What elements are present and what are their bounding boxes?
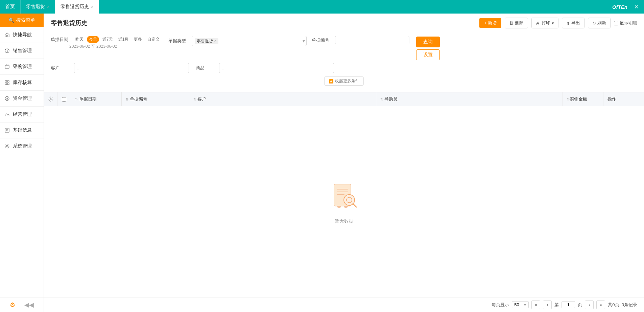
date-btn-more[interactable]: 更多 [132,36,144,43]
empty-state: 暂无数据 [44,106,644,297]
goods-input[interactable]: ... [219,63,334,73]
sidebar-item-purchase-label: 采购管理 [13,64,32,70]
last-page-button[interactable]: » [596,300,605,309]
sidebar-item-inventory-label: 库存核算 [13,80,32,86]
sort-asc-icon-4[interactable]: ⇅ [380,97,383,101]
tab-home[interactable]: 首页 [0,0,21,14]
sidebar-item-purchase[interactable]: 采购管理 [0,59,44,75]
th-settings[interactable] [44,92,57,106]
total-info: 共0页, 0条记录 [608,302,637,308]
bill-no-input[interactable] [335,36,409,44]
search-icon: 🔍 [8,18,14,23]
page-size-select[interactable]: 50 10 20 100 [512,301,529,308]
tab-retail-return-close[interactable]: × [47,4,49,9]
show-detail-checkbox-label[interactable]: 显示明细 [614,20,637,26]
sidebar-item-funds[interactable]: 资金管理 [0,91,44,107]
tab-retail-return-history-label: 零售退货历史 [61,4,89,10]
print-button[interactable]: 🖨 打印 ▾ [531,18,558,28]
filter-row-2: 客户 ... 商品 ... [51,63,637,73]
bill-type-dropdown-icon[interactable]: ▾ [303,38,305,44]
sidebar-search[interactable]: 🔍 搜索菜单 [0,14,44,27]
svg-rect-2 [5,81,7,82]
page-header: 零售退货历史 + 新增 🗑 删除 🖨 打印 ▾ ⬆ 导出 ↻ [44,14,644,92]
sidebar-nav: 快捷导航 销售管理 采购管理 库存核算 [0,27,44,297]
sidebar-bottom: ⚙ ◀◀ [0,297,44,312]
date-btn-7days[interactable]: 近7天 [100,36,115,43]
sidebar-item-quicknav[interactable]: 快捷导航 [0,27,44,43]
window-close-icon[interactable]: ✕ [634,4,639,10]
bill-type-tag: 零售退货 × [195,38,218,44]
th-ops-label: 操作 [607,96,616,102]
tab-retail-return-history[interactable]: 零售退货历史 × [55,0,99,14]
date-btn-1month[interactable]: 近1月 [116,36,131,43]
th-bill-no-label: 单据编号 [130,96,147,102]
bill-type-tag-text: 零售退货 [197,38,213,44]
new-button[interactable]: + 新增 [479,18,501,28]
date-btn-today[interactable]: 今天 [87,36,99,43]
tab-retail-return[interactable]: 零售退货 × [21,0,55,14]
date-btn-yesterday[interactable]: 昨天 [73,36,86,43]
goods-placeholder: ... [222,66,225,70]
sidebar-item-basicinfo[interactable]: 基础信息 [0,122,44,138]
export-button[interactable]: ⬆ 导出 [562,18,585,28]
date-shortcuts: 昨天 今天 近7天 近1月 更多 自定义 [73,36,162,43]
next-page-button[interactable]: › [585,300,594,309]
sidebar-gear-icon[interactable]: ⚙ [10,301,15,309]
svg-point-9 [50,98,51,100]
top-bar-right: OfTEn ✕ [607,4,644,10]
top-tabs: 首页 零售退货 × 零售退货历史 × [0,0,607,14]
th-guide: ⇅ 导购员 [376,92,563,106]
delete-button[interactable]: 🗑 删除 [505,18,528,28]
th-customer-label: 客户 [197,96,206,102]
sort-asc-icon[interactable]: ⇅ [75,97,78,101]
page-number-input[interactable] [562,301,575,308]
empty-text: 暂无数据 [335,218,354,224]
prev-page-button[interactable]: ‹ [543,300,552,309]
export-label: 导出 [571,20,580,26]
sidebar-item-sales[interactable]: 销售管理 [0,43,44,59]
sidebar-item-quicknav-label: 快捷导航 [13,32,32,38]
svg-line-15 [353,204,356,207]
bill-type-input[interactable]: 零售退货 × [192,36,307,46]
setting-button[interactable]: 设置 [416,49,440,60]
top-bar: 首页 零售退货 × 零售退货历史 × OfTEn ✕ [0,0,644,14]
refresh-button[interactable]: ↻ 刷新 [588,18,611,28]
sort-asc-icon-3[interactable]: ⇅ [193,97,196,101]
main-layout: 🔍 搜索菜单 快捷导航 销售管理 采购管理 [0,14,644,312]
bill-type-tag-remove[interactable]: × [214,39,216,43]
pagination-bar: 每页显示 50 10 20 100 « ‹ 第 页 › » 共0页, 0条记录 [44,297,644,312]
table-container: ⇅ 单据日期 ⇅ 单据编号 ⇅ 客户 ⇅ 导购员 ⇅ 实销金额 [44,92,644,312]
tab-retail-return-history-close[interactable]: × [91,4,93,9]
sidebar-item-operation[interactable]: 经营管理 [0,107,44,122]
select-all-checkbox[interactable] [62,97,66,102]
sort-asc-icon-5[interactable]: ⇅ [567,97,570,101]
th-checkbox[interactable] [57,92,71,106]
th-guide-label: 导购员 [384,96,398,102]
sidebar-search-label: 搜索菜单 [16,17,35,23]
goods-filter-group: 商品 ... [196,63,334,73]
query-button[interactable]: 查询 [416,37,440,47]
brand-text: OfTEn [612,4,627,10]
filter-area: 单据日期 昨天 今天 近7天 近1月 更多 自定义 2023-06-02 至 2… [51,32,637,92]
th-ops: 操作 [603,92,644,106]
customer-input[interactable]: ... [74,63,189,73]
show-detail-checkbox[interactable] [614,21,618,25]
svg-rect-5 [7,83,9,85]
toolbar-actions: + 新增 🗑 删除 🖨 打印 ▾ ⬆ 导出 ↻ 刷新 [479,18,637,28]
sidebar-item-inventory[interactable]: 库存核算 [0,75,44,91]
filter-row-1: 单据日期 昨天 今天 近7天 近1月 更多 自定义 2023-06-02 至 2… [51,36,637,60]
sidebar-item-system[interactable]: 系统管理 [0,138,44,154]
th-customer: ⇅ 客户 [189,92,376,106]
collapse-more-conditions[interactable]: 🔼 收起更多条件 [324,76,364,86]
sidebar-collapse-icon[interactable]: ◀◀ [24,301,34,309]
svg-point-17 [337,206,341,208]
bill-no-filter-group: 单据编号 [312,36,409,44]
date-btn-custom[interactable]: 自定义 [145,36,162,43]
print-icon: 🖨 [536,21,540,26]
page-title: 零售退货历史 [51,19,87,27]
purchase-icon [4,64,10,70]
collapse-icon: 🔼 [329,79,334,84]
sidebar-item-funds-label: 资金管理 [13,95,32,102]
sort-asc-icon-2[interactable]: ⇅ [126,97,128,101]
first-page-button[interactable]: « [531,300,540,309]
